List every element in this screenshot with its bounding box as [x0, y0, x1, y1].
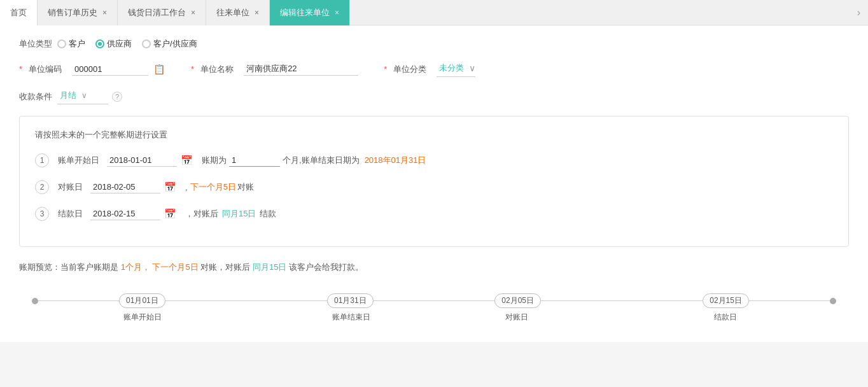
tab-sales-history[interactable]: 销售订单历史 × — [38, 0, 118, 25]
tab-edit-partner[interactable]: 编辑往来单位 × — [270, 0, 350, 25]
unit-type-label: 单位类型 — [19, 38, 52, 50]
step-1-number: 1 — [35, 153, 49, 167]
tab-cash-workbench[interactable]: 钱货日清工作台 × — [118, 0, 206, 25]
timeline-label-1: 账单开始日 — [123, 312, 162, 323]
tab-home[interactable]: 首页 — [0, 0, 38, 25]
timeline-segment-0 — [38, 300, 119, 301]
timeline-node-2: 01月31日 — [327, 293, 374, 308]
timeline-node-1-badge: 01月01日 — [119, 293, 165, 308]
unit-name-star: * — [191, 64, 194, 74]
step-1-row: 1 账单开始日 📅 账期为 个月,账单结束日期为 2018年01月31日 — [35, 153, 833, 167]
step-3-date-input[interactable] — [90, 208, 160, 220]
step-2-label: 对账日 — [58, 181, 83, 193]
step-1-date-input[interactable] — [107, 154, 177, 167]
payment-terms-help[interactable]: ? — [112, 92, 122, 102]
step-2-calendar-icon[interactable]: 📅 — [164, 181, 176, 193]
step-2-date-input[interactable] — [90, 181, 160, 194]
tab-cash-workbench-close[interactable]: × — [191, 8, 195, 17]
radio-customer-circle — [57, 39, 66, 48]
unit-type-row: 单位类型 客户 供应商 客户/供应商 — [19, 38, 849, 50]
timeline-node-3: 02月05日 — [494, 293, 541, 308]
tab-partner-units-label: 往来单位 — [216, 7, 249, 18]
unit-code-star: * — [19, 64, 22, 74]
step-3-number: 3 — [35, 207, 49, 221]
unit-name-input[interactable] — [244, 63, 358, 76]
payment-terms-dropdown[interactable]: 月结 ∨ — [57, 88, 108, 104]
unit-category-group: * 单位分类 未分类 ∨ — [384, 61, 475, 77]
unit-name-label: 单位名称 — [200, 64, 234, 75]
unit-code-label: 单位编码 — [29, 64, 62, 75]
tabs-bar: 首页 销售订单历史 × 钱货日清工作台 × 往来单位 × 编辑往来单位 × › — [0, 0, 868, 25]
tab-partner-units-close[interactable]: × — [255, 8, 259, 17]
tab-sales-history-close[interactable]: × — [102, 8, 107, 17]
preview-reconcile: 下一个月5日 — [152, 262, 198, 272]
timeline-segment-4 — [749, 300, 830, 301]
timeline-label-4: 结款日 — [706, 312, 745, 323]
payment-terms-row: 收款条件 月结 ∨ ? — [19, 88, 849, 104]
timeline-node-4: 02月15日 — [703, 293, 749, 308]
radio-customer[interactable]: 客户 — [57, 38, 85, 50]
step-2-prefix: , — [185, 183, 188, 192]
preview-middle: 对账，对账后 — [200, 262, 250, 272]
step-1-label: 账单开始日 — [58, 155, 99, 166]
unit-code-input[interactable] — [72, 63, 148, 76]
timeline-label-3-text: 对账日 — [505, 312, 528, 323]
payment-terms-label: 收款条件 — [19, 91, 52, 102]
timeline-labels: 账单开始日 账单结束日 对账日 结款日 — [32, 312, 836, 323]
radio-supplier-label: 供应商 — [107, 38, 132, 50]
tab-home-label: 首页 — [10, 7, 27, 18]
step-2-row: 2 对账日 📅 , 下一个月5日 对账 — [35, 180, 833, 194]
unit-category-label: 单位分类 — [393, 64, 426, 75]
timeline-node-3-badge: 02月05日 — [494, 293, 541, 308]
timeline-node-4-badge: 02月15日 — [703, 293, 749, 308]
unit-name-group: * 单位名称 — [191, 63, 358, 76]
step-2-highlight: 下一个月5日 — [190, 181, 236, 193]
tab-sales-history-label: 销售订单历史 — [48, 7, 97, 18]
radio-supplier-circle — [95, 39, 104, 48]
step-3-row: 3 结款日 📅 ，对账后 同月15日 结款 — [35, 207, 833, 221]
tabs-scroll-right[interactable]: › — [850, 7, 868, 18]
timeline-segment-1 — [165, 300, 327, 301]
preview-section: 账期预览：当前客户账期是 1个月， 下一个月5日 对账，对账后 同月15日 该客… — [19, 260, 849, 274]
period-settings-section: 请按照未来的一个完整帐期进行设置 1 账单开始日 📅 账期为 个月,账单结束日期… — [19, 116, 849, 247]
step-3-prefix: ，对账后 — [185, 208, 218, 220]
payment-terms-arrow: ∨ — [81, 91, 87, 100]
unit-code-icon[interactable]: 📋 — [153, 64, 165, 75]
timeline-segment-3 — [541, 300, 703, 301]
tab-edit-partner-close[interactable]: × — [335, 8, 339, 17]
section-instruction: 请按照未来的一个完整帐期进行设置 — [35, 129, 833, 141]
payment-terms-value: 月结 — [57, 88, 79, 102]
step-1-end-date: 2018年01月31日 — [365, 155, 426, 166]
tab-partner-units[interactable]: 往来单位 × — [206, 0, 270, 25]
radio-both-label: 客户/供应商 — [153, 38, 197, 50]
step-1-period-input[interactable] — [229, 154, 280, 167]
unit-code-group: * 单位编码 📋 — [19, 63, 165, 76]
unit-category-dropdown[interactable]: 未分类 ∨ — [437, 61, 475, 77]
unit-type-radio-group: 客户 供应商 客户/供应商 — [57, 38, 197, 50]
step-1-calendar-icon[interactable]: 📅 — [181, 155, 193, 166]
timeline-label-3: 对账日 — [498, 312, 536, 323]
step-2-suffix: 对账 — [237, 181, 254, 193]
timeline-left-end — [32, 298, 38, 304]
timeline-segment-2 — [374, 300, 495, 301]
radio-both[interactable]: 客户/供应商 — [142, 38, 197, 50]
step-3-calendar-icon[interactable]: 📅 — [164, 208, 176, 220]
timeline-label-4-text: 结款日 — [714, 312, 737, 323]
step-3-suffix: 结款 — [260, 208, 276, 220]
page-content: 单位类型 客户 供应商 客户/供应商 * 单位编码 📋 * 单位名称 — [0, 25, 868, 342]
unit-category-arrow: ∨ — [469, 63, 475, 73]
timeline-right-end — [830, 298, 836, 304]
preview-months: 1个月， — [121, 262, 150, 272]
radio-customer-label: 客户 — [69, 38, 85, 50]
tab-edit-partner-label: 编辑往来单位 — [280, 7, 330, 18]
step-3-highlight: 同月15日 — [222, 208, 256, 220]
radio-supplier[interactable]: 供应商 — [95, 38, 132, 50]
radio-both-circle — [142, 39, 151, 48]
unit-info-row: * 单位编码 📋 * 单位名称 * 单位分类 未分类 ∨ — [19, 61, 849, 77]
unit-category-star: * — [384, 64, 387, 74]
preview-prefix: 账期预览：当前客户账期是 — [19, 262, 118, 272]
step-1-period-unit: 个月,账单结束日期为 — [283, 155, 360, 166]
timeline-section: 01月01日 01月31日 02月05日 02月15日 — [19, 287, 849, 329]
unit-category-value: 未分类 — [437, 61, 466, 75]
timeline-label-2: 账单结束日 — [332, 312, 370, 323]
